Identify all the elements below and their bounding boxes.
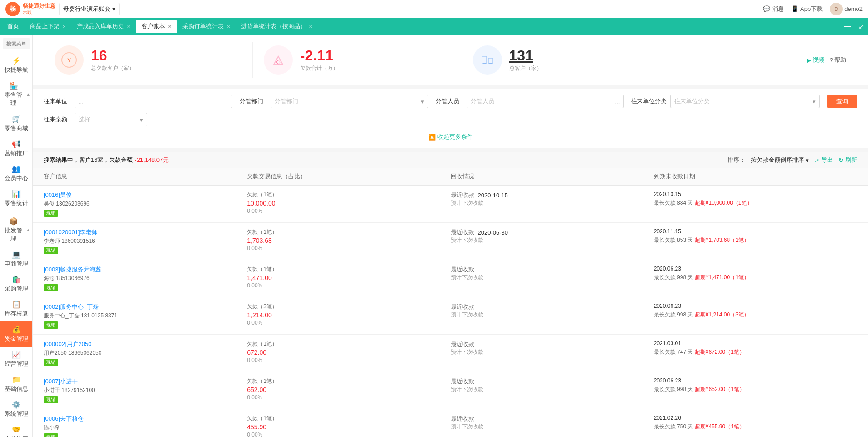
customer-name-5[interactable]: [000002]用户2050	[44, 340, 247, 348]
overdue-amount-7[interactable]: 超期¥455.90（1笔）	[695, 423, 745, 430]
customer-name-4[interactable]: [0002]服务中心_丁磊	[44, 303, 247, 311]
overdue-amount-1[interactable]: 超期¥10,000.00（1笔）	[695, 200, 753, 206]
overdue-amount-2[interactable]: 超期¥1,703.68（1笔）	[695, 237, 749, 243]
customer-info-6: [0007]小进干 小进干 18279152100 现销	[44, 377, 247, 403]
table-row: [0006]去下粮仓 陈小希 现销 欠款（1笔） 455.90 0.00% 最近…	[33, 409, 868, 437]
app-download-action[interactable]: 📱 App下载	[791, 5, 823, 13]
sidebar-item-operations[interactable]: 📈 经营管理	[0, 347, 32, 372]
customer-name-2[interactable]: [0001020001]李老师	[44, 228, 247, 236]
help-action[interactable]: ? 帮助	[830, 56, 846, 64]
message-action[interactable]: 💬 消息	[763, 5, 784, 13]
debt-count-5: 欠款（1笔）	[247, 340, 450, 348]
overdue-amount-3[interactable]: 超期¥1,471.00（1笔）	[695, 274, 749, 281]
collection-row-3: 最近收款	[451, 266, 654, 274]
sidebar-item-retail-mgmt[interactable]: 🏪 零售管理 ▲	[0, 78, 32, 111]
filter-person-input[interactable]: 分管人员 ...	[467, 95, 624, 108]
col-header-due: 到期未收款日期	[654, 172, 857, 181]
debt-info-2: 欠款（1笔） 1,703.68 0.00%	[247, 228, 450, 251]
sort-value: 按欠款金额倒序排序	[751, 156, 804, 164]
filter-dept-select[interactable]: 分管部门 ▾	[271, 95, 428, 108]
tab-minimize-icon[interactable]: —	[842, 21, 853, 31]
sidebar-item-ecommerce[interactable]: 💻 电商管理	[0, 246, 32, 271]
debt-count-3: 欠款（1笔）	[247, 266, 450, 273]
tab-purchase-stats[interactable]: 进货单统计表（按商品） ✕	[236, 20, 318, 33]
filter-vendor-category-select[interactable]: 往来单位分类 ▾	[670, 95, 820, 108]
filter-vendor-input[interactable]: ...	[75, 95, 232, 108]
customer-name-7[interactable]: [0006]去下粮仓	[44, 415, 247, 423]
help-icon: ?	[830, 57, 833, 64]
overdue-amount-4[interactable]: 超期¥1,214.00（3笔）	[695, 311, 749, 318]
debt-info-1: 欠款（1笔） 10,000.00 0.00%	[247, 191, 450, 214]
sidebar-item-basic-info[interactable]: 📁 基础信息	[0, 372, 32, 397]
customer-sub-7: 陈小希	[44, 424, 247, 432]
sidebar-item-system[interactable]: ⚙️ 系统管理	[0, 397, 32, 422]
tab-product-shelf[interactable]: 商品上下架 ✕	[25, 20, 71, 33]
tab-maximize-icon[interactable]: ⤢	[857, 21, 866, 32]
search-input[interactable]	[3, 38, 30, 49]
sidebar-item-batch-mgmt[interactable]: 📦 批发管理 ▲	[0, 213, 32, 246]
sidebar-item-marketing[interactable]: 📢 营销推广	[0, 136, 32, 161]
table-container: 客户信息 欠款交易信息（占比） 回收情况 到期未收款日期 [0016]吴俊 吴俊…	[33, 168, 868, 437]
debt-amount-value: -2.11	[300, 48, 338, 63]
export-button[interactable]: ↗ 导出	[814, 156, 833, 164]
logo-subtitle: 示顾	[23, 10, 55, 15]
tab-purchase-stats-close[interactable]: ✕	[309, 24, 312, 29]
sort-chevron-icon: ▾	[806, 157, 809, 164]
debt-percent-4: 0.00%	[247, 320, 450, 326]
customer-info-4: [0002]服务中心_丁磊 服务中心_丁磊 181 0125 8371 现销	[44, 303, 247, 329]
customer-name-6[interactable]: [0007]小进干	[44, 377, 247, 386]
overdue-days-2: 最长欠款 853 天 超期¥1,703.68（1笔）	[654, 236, 857, 244]
customer-info-3: [0003]畅捷服务尹海蕊 海燕 18513066976 现销	[44, 266, 247, 291]
top-bar-right: 💬 消息 📱 App下载 D demo2	[763, 3, 863, 15]
tab-customer-account-close[interactable]: ✕	[168, 24, 171, 29]
customer-tag-3: 现销	[44, 284, 58, 291]
batch-mgmt-icon: 📦	[9, 217, 18, 226]
sidebar-item-finance-label: 资金管理	[2, 335, 30, 343]
sidebar-item-purchase[interactable]: 🛍️ 采购管理	[0, 271, 32, 296]
collapse-button[interactable]: 🔼 收起更多条件	[423, 131, 478, 143]
last-collect-date-2: 2020-06-30	[478, 229, 508, 236]
filter-vendor-dots: ...	[79, 98, 84, 105]
customer-name-1[interactable]: [0016]吴俊	[44, 191, 247, 199]
customer-info-2: [0001020001]李老师 李老师 18600391516 现销	[44, 228, 247, 254]
dept-chevron-icon: ▾	[421, 98, 424, 105]
video-action[interactable]: ▶ 视频	[807, 56, 824, 64]
sidebar-item-finance[interactable]: 💰 资金管理	[0, 321, 32, 347]
tab-home[interactable]: 首页	[2, 20, 25, 33]
refresh-button[interactable]: ↻ 刷新	[838, 156, 857, 164]
sort-select[interactable]: 按欠款金额倒序排序 ▾	[751, 156, 809, 164]
sidebar-item-member[interactable]: 👥 会员中心	[0, 161, 32, 186]
sidebar-item-enterprise[interactable]: 🤝 企业协同	[0, 422, 32, 437]
collection-row-1: 最近收款 2020-10-15	[451, 191, 654, 199]
filter-balance-select[interactable]: 选择... ▾	[75, 113, 147, 126]
sidebar-search[interactable]	[0, 35, 32, 53]
query-button[interactable]: 查询	[827, 95, 857, 108]
overdue-amount-6[interactable]: 超期¥652.00（1笔）	[695, 386, 745, 392]
debt-amount-icon: ◇	[264, 45, 293, 75]
table-row: [0003]畅捷服务尹海蕊 海燕 18513066976 现销 欠款（1笔） 1…	[33, 260, 868, 297]
sidebar-item-inventory[interactable]: 📋 库存核算	[0, 296, 32, 321]
table-row: [0007]小进干 小进干 18279152100 现销 欠款（1笔） 652.…	[33, 372, 868, 409]
filter-vendor-category: 往来单位分类 往来单位分类 ▾	[631, 95, 820, 108]
collection-info-7: 最近收款 预计下次收款	[451, 415, 654, 431]
vendor-category-chevron-icon: ▾	[813, 98, 816, 105]
table-row: [000002]用户2050 用户2050 18665062050 现销 欠款（…	[33, 335, 868, 372]
tab-product-history-close[interactable]: ✕	[127, 24, 130, 29]
tab-purchase-summary-close[interactable]: ✕	[226, 24, 230, 29]
user-action[interactable]: D demo2	[830, 3, 863, 15]
sidebar-item-retail-stats[interactable]: 📊 零售统计	[0, 186, 32, 211]
sidebar-item-quick-nav[interactable]: ⚡ 快捷导航	[0, 53, 32, 78]
store-selector[interactable]: 母婴行业演示账套 ▾	[59, 3, 120, 15]
overdue-amount-5[interactable]: 超期¥672.00（1笔）	[695, 349, 745, 355]
collection-info-5: 最近收款 预计下次收款	[451, 340, 654, 356]
overdue-days-1: 最长欠款 884 天 超期¥10,000.00（1笔）	[654, 199, 857, 207]
collection-row-5: 最近收款	[451, 340, 654, 348]
filter-dept-label: 分管部门	[240, 97, 267, 105]
tab-product-history[interactable]: 产成品入库单历史 ✕	[71, 20, 136, 33]
customer-name-3[interactable]: [0003]畅捷服务尹海蕊	[44, 266, 247, 274]
tab-customer-account[interactable]: 客户账本 ✕	[136, 20, 177, 33]
sidebar-item-retail-shop[interactable]: 🛒 零售商城	[0, 111, 32, 136]
tab-purchase-summary[interactable]: 采购订单统计表 ✕	[177, 20, 236, 33]
purchase-icon: 🛍️	[2, 275, 30, 284]
tab-product-shelf-close[interactable]: ✕	[62, 24, 66, 29]
